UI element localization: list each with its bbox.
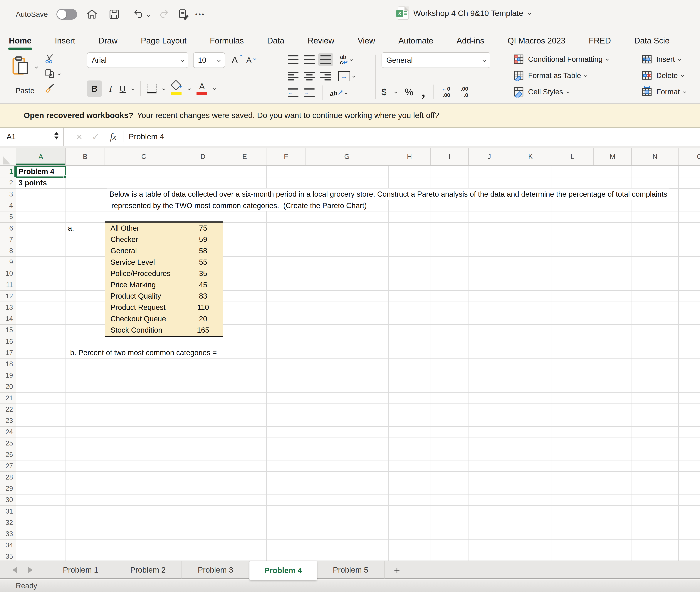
currency-format-button[interactable]: $ — [381, 87, 386, 97]
column-header-K[interactable]: K — [510, 148, 551, 165]
category-cell[interactable]: Checkout Queue — [110, 313, 166, 325]
name-box-spinner[interactable] — [54, 132, 58, 140]
row-header-10[interactable]: 10 — [0, 268, 13, 279]
data-table-row[interactable]: Product Request110 — [105, 302, 223, 313]
font-color-chevron-icon[interactable] — [213, 87, 216, 90]
ribbon-tab-data-scie[interactable]: Data Scie — [634, 31, 670, 51]
row-header-8[interactable]: 8 — [0, 245, 13, 256]
wrap-text-button[interactable]: abc↩ — [340, 54, 352, 65]
delete-cells-button[interactable]: Delete — [641, 69, 700, 82]
value-cell[interactable]: 75 — [183, 223, 223, 234]
ribbon-tab-add-ins[interactable]: Add-ins — [457, 31, 484, 51]
cell-A1[interactable]: Problem 4 — [18, 166, 54, 177]
save-icon[interactable] — [108, 8, 120, 20]
category-cell[interactable]: Product Quality — [110, 290, 161, 302]
enter-icon[interactable]: ✓ — [92, 132, 99, 142]
row-header-35[interactable]: 35 — [0, 551, 13, 560]
value-cell[interactable]: 58 — [183, 245, 223, 256]
cell-A2[interactable]: 3 points — [18, 177, 47, 189]
column-header-F[interactable]: F — [267, 148, 306, 165]
column-header-E[interactable]: E — [223, 148, 267, 165]
percent-format-button[interactable]: % — [405, 86, 413, 98]
row-header-19[interactable]: 19 — [0, 370, 13, 381]
category-cell[interactable]: Stock Condition — [110, 325, 162, 336]
column-header-N[interactable]: N — [632, 148, 679, 165]
align-bottom-button[interactable] — [318, 53, 333, 66]
row-header-16[interactable]: 16 — [0, 336, 13, 347]
font-name-select[interactable]: Arial — [87, 52, 188, 68]
paste-chevron-icon[interactable] — [35, 65, 38, 68]
row-header-2[interactable]: 2 — [0, 177, 13, 189]
sheet-tab-problem-1[interactable]: Problem 1 — [47, 561, 114, 579]
data-table-row[interactable]: All Other75 — [105, 223, 223, 234]
value-cell[interactable]: 83 — [183, 290, 223, 302]
row-header-1[interactable]: 1 — [0, 166, 13, 177]
ribbon-tab-formulas[interactable]: Formulas — [210, 31, 244, 51]
increase-indent-button[interactable]: → — [304, 88, 315, 97]
ribbon-tab-insert[interactable]: Insert — [55, 31, 75, 51]
value-cell[interactable]: 55 — [183, 257, 223, 268]
cell-C3[interactable]: Below is a table of data collected over … — [107, 189, 669, 200]
name-box[interactable]: A1 — [0, 128, 64, 146]
italic-button[interactable]: I — [108, 84, 113, 94]
ribbon-tab-page-layout[interactable]: Page Layout — [141, 31, 187, 51]
align-top-button[interactable] — [288, 55, 298, 64]
undo-icon[interactable] — [132, 8, 144, 20]
cell-styles-button[interactable]: Cell Styles — [513, 85, 635, 99]
column-header-B[interactable]: B — [66, 148, 105, 165]
value-cell[interactable]: 110 — [183, 302, 223, 313]
column-header-C[interactable]: C — [105, 148, 183, 165]
row-header-9[interactable]: 9 — [0, 257, 13, 268]
increase-decimal-button[interactable]: .00 →.0 — [458, 86, 468, 98]
orientation-button[interactable]: ab↗ — [330, 89, 347, 97]
category-cell[interactable]: Checker — [110, 234, 138, 245]
document-title[interactable]: Workshop 4 Ch 9&10 Template — [413, 9, 523, 18]
row-header-12[interactable]: 12 — [0, 290, 13, 302]
more-commands-icon[interactable]: ••• — [195, 11, 205, 18]
insert-function-icon[interactable]: fx — [110, 132, 116, 142]
row-header-27[interactable]: 27 — [0, 460, 13, 472]
row-header-30[interactable]: 30 — [0, 494, 13, 506]
paste-button[interactable]: Paste — [6, 52, 44, 100]
column-header-D[interactable]: D — [183, 148, 223, 165]
data-table-row[interactable]: Product Quality83 — [105, 290, 223, 302]
sheet-tab-problem-2[interactable]: Problem 2 — [114, 561, 182, 579]
row-header-6[interactable]: 6 — [0, 223, 13, 234]
row-header-15[interactable]: 15 — [0, 325, 13, 336]
row-header-20[interactable]: 20 — [0, 381, 13, 392]
ribbon-tab-qi-macros-2023[interactable]: QI Macros 2023 — [508, 31, 565, 51]
data-table[interactable]: All Other75Checker59General58Service Lev… — [105, 221, 223, 337]
data-table-row[interactable]: Police/Procedures35 — [105, 268, 223, 279]
font-color-button[interactable]: A — [196, 82, 207, 96]
value-cell[interactable]: 59 — [183, 234, 223, 245]
row-header-28[interactable]: 28 — [0, 472, 13, 483]
save-a-copy-icon[interactable] — [178, 8, 189, 20]
ribbon-tab-automate[interactable]: Automate — [399, 31, 433, 51]
sheet-nav-forward-icon[interactable] — [28, 566, 33, 574]
category-cell[interactable]: Service Level — [110, 257, 155, 268]
decrease-indent-button[interactable]: ← — [288, 88, 298, 97]
ribbon-tab-view[interactable]: View — [358, 31, 375, 51]
data-table-row[interactable]: Checkout Queue20 — [105, 313, 223, 325]
value-cell[interactable]: 45 — [183, 279, 223, 290]
decrease-decimal-button[interactable]: ←0 .00 — [442, 86, 450, 98]
worksheet[interactable]: ABCDEFGHIJKLMNO 123456789101112131415161… — [0, 148, 700, 560]
cell-B6[interactable]: a. — [68, 223, 74, 234]
data-table-row[interactable]: Checker59 — [105, 234, 223, 245]
column-header-J[interactable]: J — [469, 148, 510, 165]
row-header-29[interactable]: 29 — [0, 483, 13, 494]
category-cell[interactable]: General — [110, 245, 137, 256]
row-header-34[interactable]: 34 — [0, 540, 13, 551]
conditional-formatting-button[interactable]: Conditional Formatting — [513, 52, 635, 66]
ribbon-tab-data[interactable]: Data — [267, 31, 284, 51]
category-cell[interactable]: Police/Procedures — [110, 268, 171, 279]
number-format-select[interactable]: General — [381, 52, 491, 68]
align-middle-button[interactable] — [304, 55, 315, 64]
format-painter-button[interactable] — [44, 83, 60, 94]
value-cell[interactable]: 35 — [183, 268, 223, 279]
column-header-G[interactable]: G — [306, 148, 388, 165]
autosave-toggle[interactable] — [56, 9, 77, 19]
row-header-31[interactable]: 31 — [0, 506, 13, 517]
cancel-icon[interactable]: × — [77, 131, 82, 142]
data-table-row[interactable]: Stock Condition165 — [105, 325, 223, 336]
